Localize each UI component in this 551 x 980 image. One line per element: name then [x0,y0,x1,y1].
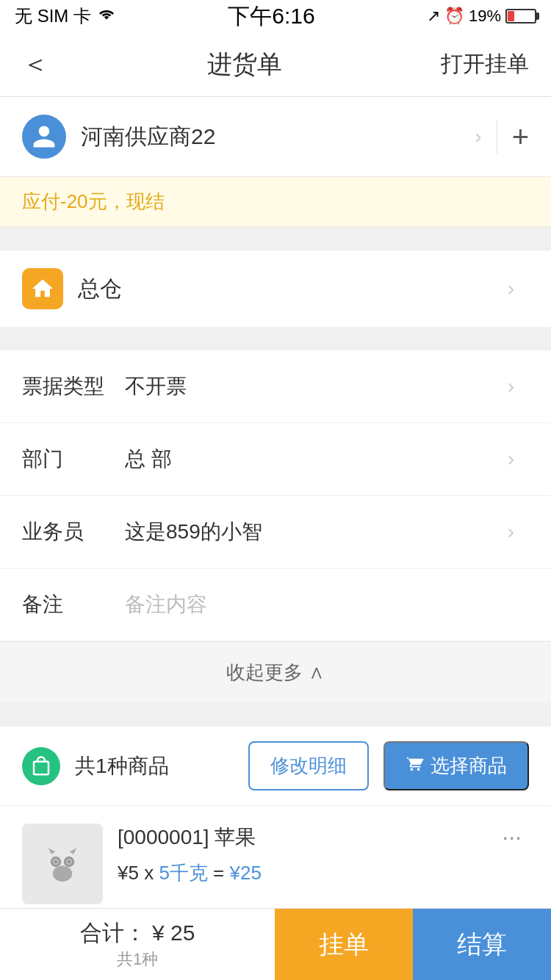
warehouse-chevron-icon: › [508,277,514,300]
settle-button[interactable]: 结算 [413,909,551,980]
dept-label: 部门 [22,445,110,473]
select-icon [406,754,425,777]
battery-icon [505,9,536,24]
form-row-dept[interactable]: 部门 总 部 › [0,423,551,496]
svg-marker-7 [48,848,56,854]
select-product-button[interactable]: 选择商品 [383,741,529,790]
status-time: 下午6:16 [228,1,314,32]
warehouse-icon [22,268,63,309]
svg-point-5 [68,860,71,863]
edit-detail-button[interactable]: 修改明细 [248,741,369,790]
dept-value: 总 部 [125,445,508,473]
status-left: 无 SIM 卡 [15,4,116,28]
divider2 [0,339,551,350]
warehouse-name: 总仓 [78,274,508,304]
select-product-label: 选择商品 [431,753,507,779]
product-section: 共1种商品 修改明细 选择商品 [0,727,551,922]
collapse-text: 收起更多 ∧ [226,661,324,683]
cart-icon [406,756,425,772]
divider [0,239,551,251]
price-total: ¥25 [230,862,262,884]
main-content: 河南供应商22 › + 应付-20元，现结 总仓 › 票据类型 不开票 › 部门 [0,97,551,980]
svg-point-4 [54,860,57,863]
hang-label: 挂单 [319,928,369,962]
wifi-icon [97,6,116,26]
supplier-notice: 应付-20元，现结 [0,177,551,227]
sales-chevron-icon: › [508,520,514,544]
footer: 合计： ¥ 25 共1种 挂单 结算 [0,908,551,980]
dept-chevron-icon: › [508,447,514,471]
supplier-name: 河南供应商22 [81,122,475,152]
product-info: [0000001] 苹果 ¥5 x 5千克 = ¥25 [118,824,480,886]
ticket-value: 不开票 [125,372,508,400]
supplier-section: 河南供应商22 › + 应付-20元，现结 [0,97,551,227]
product-header: 共1种商品 修改明细 选择商品 [0,727,551,806]
sales-value: 这是859的小智 [125,518,508,546]
footer-count: 共1种 [117,948,158,970]
price-unit: ¥5 x [118,862,159,884]
product-count-icon [22,747,60,785]
form-row-sales[interactable]: 业务员 这是859的小智 › [0,496,551,569]
remark-value: 备注内容 [125,591,529,619]
product-item: [0000001] 苹果 ¥5 x 5千克 = ¥25 ··· [0,806,551,922]
more-options-button[interactable]: ··· [494,824,529,851]
total-amount: ¥ 25 [152,920,195,945]
form-row-remark[interactable]: 备注 备注内容 [0,569,551,641]
nav-bar: ＜ 进货单 打开挂单 [0,32,551,97]
carrier-text: 无 SIM 卡 [15,4,91,28]
form-section: 票据类型 不开票 › 部门 总 部 › 业务员 这是859的小智 › 备注 备注… [0,350,551,703]
owl-logo [40,842,84,886]
ticket-chevron-icon: › [508,375,514,398]
warehouse-row[interactable]: 总仓 › [0,251,551,327]
total-label: 合计： [80,920,146,945]
footer-total: 合计： ¥ 25 共1种 [0,909,275,980]
svg-point-9 [53,865,72,882]
divider3 [0,715,551,727]
form-row-ticket[interactable]: 票据类型 不开票 › [0,350,551,423]
sales-label: 业务员 [22,518,110,546]
add-supplier-button[interactable]: + [497,120,529,154]
product-price: ¥5 x 5千克 = ¥25 [118,860,480,886]
ticket-label: 票据类型 [22,372,110,400]
settle-label: 结算 [457,928,507,962]
open-hang-button[interactable]: 打开挂单 [441,49,529,79]
location-icon: ↗ [427,7,440,26]
product-thumbnail [22,824,103,904]
svg-marker-8 [70,848,77,854]
person-icon [31,123,57,150]
shopping-bag-icon [30,755,52,777]
product-code: [0000001] [118,826,215,849]
supplier-avatar [22,115,66,159]
page-title: 进货单 [207,48,282,82]
status-right: ↗ ⏰ 19% [427,7,536,26]
chevron-right-icon: › [475,125,481,148]
product-name: [0000001] 苹果 [118,824,480,851]
product-title: 苹果 [215,826,256,849]
status-bar: 无 SIM 卡 下午6:16 ↗ ⏰ 19% [0,0,551,32]
footer-total-main: 合计： ¥ 25 [80,918,195,948]
hang-button[interactable]: 挂单 [275,909,413,980]
back-button[interactable]: ＜ [22,46,48,82]
warehouse-section: 总仓 › [0,251,551,327]
price-qty: 5千克 [159,862,207,884]
collapse-button[interactable]: 收起更多 ∧ [0,641,551,703]
supplier-row[interactable]: 河南供应商22 › + [0,97,551,177]
price-equals: = [213,862,229,884]
product-count-text: 共1种商品 [75,752,234,780]
battery-percent: 19% [469,7,501,26]
house-icon [30,276,55,301]
remark-label: 备注 [22,591,110,619]
alarm-icon: ⏰ [444,7,464,26]
